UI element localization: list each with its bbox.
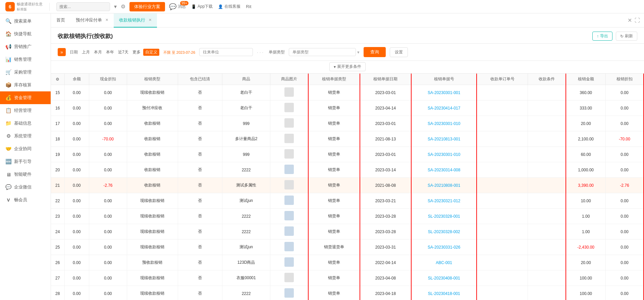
tab-prepay[interactable]: 预付冲应付单 ✕ bbox=[70, 13, 114, 28]
cell-receipt-order-no bbox=[477, 270, 528, 286]
sidebar-item-enterprise[interactable]: 🤝 企业协同 bbox=[0, 142, 51, 155]
date-btn-this-year[interactable]: 本年 bbox=[105, 49, 115, 56]
cell-cancel-discount: 0.00 bbox=[605, 240, 644, 255]
voucher-type-select[interactable] bbox=[289, 48, 356, 56]
cell-cancel-voucher-type: 销货单 bbox=[308, 270, 360, 286]
search-dropdown-icon[interactable]: ▾ bbox=[114, 3, 117, 10]
cell-cancel-no[interactable]: SA-20230321-012 bbox=[411, 193, 477, 209]
tab-home[interactable]: 首页 bbox=[51, 13, 70, 28]
product-image bbox=[284, 257, 294, 267]
cell-receipt-cond bbox=[528, 131, 566, 147]
sidebar-item-member[interactable]: V 畅会员 bbox=[0, 194, 51, 206]
sidebar-item-sales[interactable]: 📊 销售管理 bbox=[0, 53, 51, 66]
sidebar-item-inventory[interactable]: 📦 库存核算 bbox=[0, 79, 51, 91]
date-btn-more[interactable]: 更多 bbox=[131, 49, 142, 56]
cell-cancel-no[interactable]: SA-20230314-008 bbox=[411, 162, 477, 178]
cell-product-img bbox=[270, 270, 309, 286]
cell-include-settled: 否 bbox=[178, 224, 222, 240]
cell-cancel-no[interactable]: SA-20210808-001 bbox=[411, 178, 477, 193]
counterparty-input[interactable] bbox=[199, 48, 253, 56]
dropdown-icon[interactable]: ▾ bbox=[357, 50, 360, 55]
cell-no: 28 bbox=[51, 286, 64, 300]
table-row: 22 0.00 0.00 现续收款核销 否 测试jun 销货单 2023-03-… bbox=[51, 193, 644, 209]
cell-cancel-no[interactable]: SL-20230408-001 bbox=[411, 270, 477, 286]
expand-conditions-btn[interactable]: ▾ 展开更多条件 bbox=[329, 62, 366, 71]
app-download-btn[interactable]: 📱App下载 bbox=[191, 4, 213, 9]
date-quick-buttons: 上月 本月 本年 近7天 更多 自定义 bbox=[80, 49, 159, 56]
cell-cancel-no[interactable]: SA-20210813-001 bbox=[411, 131, 477, 147]
settings-icon[interactable]: ⚙ bbox=[121, 3, 125, 10]
cell-receipt-order-no bbox=[477, 131, 528, 147]
settings-btn[interactable]: 设置 bbox=[390, 47, 408, 57]
sidebar-item-hardware[interactable]: 🖥 智能硬件 bbox=[0, 168, 51, 181]
cell-include-settled: 否 bbox=[178, 131, 222, 147]
table-row: 20 0.00 0.00 收款核销 否 2222 销货单 2023-03-14 … bbox=[51, 162, 644, 178]
cell-cancel-no[interactable]: SA-20230301-010 bbox=[411, 147, 477, 162]
sidebar-item-system[interactable]: ⚙ 系统管理 bbox=[0, 130, 51, 142]
cell-no: 24 bbox=[51, 224, 64, 240]
date-btn-7days[interactable]: 近7天 bbox=[117, 49, 130, 56]
table-body: 15 0.00 0.00 现续收款核销 否 老白干 销货单 2023-03-01… bbox=[51, 85, 644, 300]
industry-solution-btn[interactable]: 体验行业方案 bbox=[129, 2, 165, 11]
cell-cancel-amount: 60.00 bbox=[566, 147, 605, 162]
voucher-type-select-wrapper: ▾ bbox=[289, 48, 360, 56]
date-btn-this-month[interactable]: 本月 bbox=[93, 49, 103, 56]
sidebar-item-marketing[interactable]: 📢 营销推广 bbox=[0, 40, 51, 53]
cell-cancel-voucher-type: 销货单 bbox=[308, 131, 360, 147]
sidebar-item-purchase[interactable]: 🛒 采购管理 bbox=[0, 66, 51, 79]
col-header-cancel-discount: 核销折扣 bbox=[605, 74, 644, 85]
product-image bbox=[284, 226, 294, 236]
tab-expand-btn[interactable]: ⛶ bbox=[635, 17, 640, 24]
cell-cancel-no[interactable]: SL-20230328-002 bbox=[411, 224, 477, 240]
date-btn-custom[interactable]: 自定义 bbox=[143, 49, 159, 56]
cell-product: 2222 bbox=[222, 209, 270, 224]
export-btn[interactable]: ↑ 导出 bbox=[592, 32, 612, 41]
sidebar: 🔍 搜索菜单 🏠 快捷导航 📢 营销推广 📊 销售管理 🛒 采购管理 📦 库存核… bbox=[0, 13, 51, 300]
page-header-actions: ↑ 导出 ↻ 刷新 bbox=[592, 32, 637, 41]
filter-toggle-btn[interactable]: » bbox=[58, 48, 66, 56]
cell-no: 23 bbox=[51, 209, 64, 224]
cell-cancel-no[interactable]: SL-20230328-001 bbox=[411, 209, 477, 224]
cell-cancel-no[interactable]: SA-20230301-001 bbox=[411, 85, 477, 100]
cell-product-img bbox=[270, 224, 309, 240]
cell-cancel-amount: 1,000.00 bbox=[566, 162, 605, 178]
online-service-btn[interactable]: 👤在线客服 bbox=[218, 4, 240, 9]
sidebar-item-wechat[interactable]: 💬 企业微信 bbox=[0, 181, 51, 194]
cell-balance: 0.00 bbox=[64, 85, 89, 100]
sidebar-item-search[interactable]: 🔍 搜索菜单 bbox=[0, 15, 51, 28]
cell-cancel-type: 现续收款核销 bbox=[127, 240, 178, 255]
cell-balance: 0.00 bbox=[64, 147, 89, 162]
cell-cancel-no[interactable]: ABC-001 bbox=[411, 255, 477, 270]
tab-close-collection[interactable]: ✕ bbox=[149, 18, 152, 22]
cell-include-settled: 否 bbox=[178, 270, 222, 286]
tab-collection[interactable]: 收款核销执行 ✕ bbox=[114, 13, 157, 28]
tab-close-prepay[interactable]: ✕ bbox=[105, 18, 108, 22]
user-account[interactable]: Rit bbox=[246, 4, 251, 9]
cell-cancel-no[interactable]: SA-20230301-010 bbox=[411, 116, 477, 131]
cell-cancel-discount: 0.00 bbox=[605, 100, 644, 116]
cell-no: 19 bbox=[51, 147, 64, 162]
query-btn[interactable]: 查询 bbox=[364, 47, 386, 57]
refresh-btn[interactable]: ↻ 刷新 bbox=[616, 32, 637, 41]
marketing-icon: 📢 bbox=[5, 44, 11, 50]
top-search-input[interactable] bbox=[56, 2, 110, 11]
export-icon: ↑ bbox=[597, 34, 599, 39]
cell-cancel-no[interactable]: SA-20230331-026 bbox=[411, 240, 477, 255]
col-header-settings[interactable]: ⚙ bbox=[51, 74, 64, 85]
sidebar-item-business[interactable]: 📋 经营管理 bbox=[0, 104, 51, 117]
cell-cancel-no[interactable]: SL-20230418-001 bbox=[411, 286, 477, 300]
message-btn[interactable]: 💬 消息 99+ bbox=[169, 3, 186, 10]
table-row: 26 0.00 0.00 预收款核销 否 123D商品 销货单 2022-04-… bbox=[51, 255, 644, 270]
sidebar-item-finance[interactable]: 💰 资金管理 bbox=[0, 91, 51, 104]
sidebar-item-quick-nav[interactable]: 🏠 快捷导航 bbox=[0, 28, 51, 40]
cell-cancel-no[interactable]: SA-20230414-017 bbox=[411, 100, 477, 116]
date-btn-last-month[interactable]: 上月 bbox=[80, 49, 91, 56]
cell-cancel-discount: -2.76 bbox=[605, 178, 644, 193]
cell-cash-discount: -2.76 bbox=[89, 178, 127, 193]
sidebar-item-basic[interactable]: 📁 基础信息 bbox=[0, 117, 51, 130]
tab-close-btn[interactable]: ✕ bbox=[628, 17, 632, 24]
hardware-icon: 🖥 bbox=[5, 171, 11, 177]
sidebar-item-guide[interactable]: 🆕 新手引导 bbox=[0, 155, 51, 168]
cell-cancel-amount: 3,390.00 bbox=[566, 178, 605, 193]
cell-cancel-amount: 360.00 bbox=[566, 85, 605, 100]
